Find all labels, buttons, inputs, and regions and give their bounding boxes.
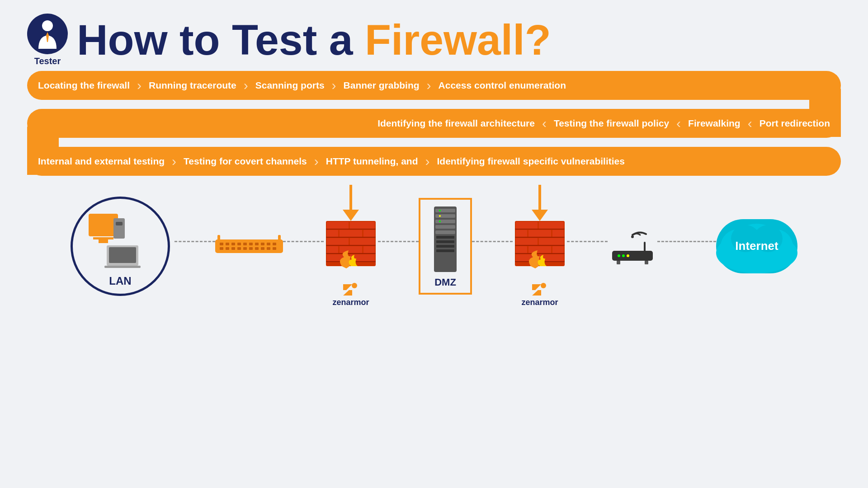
title-orange: Firewall? <box>365 16 551 64</box>
svg-rect-28 <box>267 247 270 250</box>
svg-rect-67 <box>516 230 527 237</box>
svg-rect-68 <box>528 230 551 237</box>
svg-rect-69 <box>552 230 564 237</box>
internet-cloud: Internet <box>716 219 797 273</box>
svg-rect-31 <box>278 235 281 240</box>
internet-label: Internet <box>735 239 778 253</box>
wifi-router-section <box>608 226 657 267</box>
lan-devices-svg <box>80 205 161 272</box>
internet-section: Internet <box>716 219 797 273</box>
title-navy: How to Test a <box>77 16 365 64</box>
page-title: How to Test a Firewall? <box>77 19 551 61</box>
svg-rect-66 <box>539 222 564 229</box>
svg-rect-20 <box>220 247 223 250</box>
step-firewalking: Firewalking <box>682 118 747 129</box>
arrow-to-fw2 <box>532 185 548 221</box>
dline-4 <box>472 241 513 242</box>
svg-rect-16 <box>255 243 259 245</box>
svg-rect-9 <box>215 239 283 253</box>
svg-rect-25 <box>249 247 253 250</box>
svg-rect-88 <box>644 242 646 252</box>
flow-row-3: Internal and external testing › Testing … <box>27 147 841 176</box>
svg-rect-72 <box>516 246 527 253</box>
step-covert: Testing for covert channels <box>177 156 313 167</box>
svg-rect-10 <box>220 243 223 245</box>
svg-point-82 <box>541 283 546 288</box>
svg-point-50 <box>352 283 357 288</box>
dline-1 <box>175 241 215 242</box>
row1-band: Locating the firewall › Running tracerou… <box>27 71 841 100</box>
tester-icon-wrap: Tester <box>27 14 68 66</box>
step-http-tunnel: HTTP tunneling, and <box>320 156 425 167</box>
svg-rect-60 <box>436 249 454 252</box>
svg-rect-42 <box>363 246 375 253</box>
step-internal-external: Internal and external testing <box>32 156 171 167</box>
svg-rect-15 <box>249 243 253 245</box>
dline-5 <box>567 241 608 242</box>
dline-2 <box>283 241 324 242</box>
zenarmor-icon-2 <box>530 282 550 298</box>
svg-rect-11 <box>226 243 229 245</box>
firewall1-svg <box>324 221 378 280</box>
svg-rect-38 <box>327 238 349 245</box>
svg-rect-71 <box>539 238 564 245</box>
svg-rect-89 <box>617 261 620 264</box>
svg-rect-35 <box>327 230 338 237</box>
svg-rect-39 <box>350 238 375 245</box>
svg-rect-40 <box>327 246 338 253</box>
network-diagram: LAN <box>27 185 841 307</box>
lan-label: LAN <box>109 275 131 287</box>
zenarmor-text-2: zenarmor <box>521 298 558 307</box>
svg-rect-27 <box>261 247 264 250</box>
step-vuln: Identifying firewall specific vulnerabil… <box>431 156 631 167</box>
step-port-redirect: Port redirection <box>753 118 836 129</box>
svg-rect-37 <box>363 230 375 237</box>
svg-rect-53 <box>435 214 455 218</box>
svg-rect-65 <box>516 222 538 229</box>
switch-svg <box>215 230 283 262</box>
firewall2-section: zenarmor <box>513 185 567 307</box>
dmz-label: DMZ <box>434 277 456 288</box>
lan-section: LAN <box>71 197 170 296</box>
svg-rect-14 <box>243 243 247 245</box>
svg-rect-4 <box>113 218 125 239</box>
dmz-section: DMZ <box>419 198 472 295</box>
step-traceroute: Running traceroute <box>142 80 243 91</box>
svg-rect-41 <box>340 246 362 253</box>
svg-rect-70 <box>516 238 538 245</box>
svg-rect-13 <box>237 243 241 245</box>
svg-rect-55 <box>435 225 455 229</box>
dline-6 <box>657 241 716 242</box>
svg-rect-3 <box>99 239 108 243</box>
step-testing-policy: Testing the firewall policy <box>547 118 675 129</box>
svg-rect-12 <box>231 243 235 245</box>
svg-rect-23 <box>237 247 241 250</box>
zenarmor-text-1: zenarmor <box>332 298 369 307</box>
svg-rect-56 <box>435 230 455 234</box>
row2-band: Port redirection ‹ Firewalking ‹ Testing… <box>27 109 841 138</box>
svg-rect-22 <box>231 247 235 250</box>
svg-rect-2 <box>93 237 113 239</box>
step-scanning: Scanning ports <box>249 80 331 91</box>
svg-point-63 <box>439 221 441 222</box>
svg-point-87 <box>627 254 629 257</box>
process-flow: Locating the firewall › Running tracerou… <box>27 71 841 176</box>
step-access: Access control enumeration <box>432 80 572 91</box>
svg-rect-7 <box>109 247 136 263</box>
step-locating: Locating the firewall <box>32 80 136 91</box>
svg-rect-33 <box>327 222 349 229</box>
svg-rect-5 <box>116 222 123 225</box>
svg-rect-52 <box>435 209 455 212</box>
svg-rect-26 <box>255 247 259 250</box>
firewall2-svg <box>513 221 567 280</box>
switch-device <box>215 230 283 262</box>
svg-point-61 <box>439 210 441 211</box>
svg-rect-18 <box>267 243 270 245</box>
svg-rect-19 <box>273 243 276 245</box>
step-identifying-arch: Identifying the firewall architecture <box>371 118 541 129</box>
svg-rect-59 <box>436 245 454 248</box>
flow-row-2: Port redirection ‹ Firewalking ‹ Testing… <box>27 109 841 138</box>
step-banner: Banner grabbing <box>337 80 426 91</box>
dmz-server-svg <box>427 204 463 277</box>
lan-circle: LAN <box>71 197 170 296</box>
